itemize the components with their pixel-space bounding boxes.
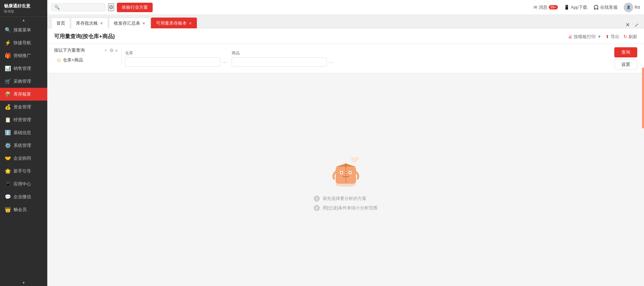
right-scrollbar[interactable] xyxy=(642,68,644,128)
sidebar-item-label: 采购管理 xyxy=(14,78,31,84)
sidebar-item-inventory[interactable]: 📦 库存核算 xyxy=(0,88,47,101)
sidebar-scroll-up[interactable]: ▲ xyxy=(0,17,47,24)
refresh-button[interactable]: ↻ 刷新 xyxy=(623,34,637,40)
inventory-icon: 📦 xyxy=(5,91,11,97)
sidebar-item-search[interactable]: 🔍 搜索菜单 xyxy=(0,24,47,36)
search-input[interactable] xyxy=(61,5,102,10)
product-more-button[interactable]: ··· xyxy=(329,59,333,65)
tab-available-ledger[interactable]: 可用量库存账本 ✕ xyxy=(151,18,197,28)
sidebar-item-label: 经营管理 xyxy=(14,117,31,123)
tab-receive-summary-close[interactable]: ✕ xyxy=(142,21,145,26)
settings-scheme-button[interactable]: ⚙ xyxy=(109,48,114,53)
tab-home[interactable]: 首页 xyxy=(51,18,70,28)
export-label: 导出 xyxy=(611,34,619,40)
empty-state: 1 请先选择要分析的方案 2 用[过滤]条件来缩小分析范围 xyxy=(47,73,644,286)
headset-icon: 🎧 xyxy=(593,5,599,10)
tab-panel-close-button[interactable]: ✕ xyxy=(624,22,631,28)
scheme-item-label: 仓库+商品 xyxy=(63,57,83,63)
product-filter-row: ··· xyxy=(232,57,333,67)
template-print-button[interactable]: 🖨 按模板打印 ▼ xyxy=(568,34,601,40)
tab-available-ledger-label: 可用量库存账本 xyxy=(156,20,187,26)
empty-hint-1: 1 请先选择要分析的方案 xyxy=(314,196,378,202)
sidebar-item-label: 新手引导 xyxy=(14,168,31,174)
tab-receive-summary[interactable]: 收发存汇总表 ✕ xyxy=(109,18,150,28)
query-filters: 仓库 ··· 商品 ··· 查询 设置 xyxy=(125,47,637,70)
app-download-label: App下载 xyxy=(571,4,587,10)
collapse-scheme-button[interactable]: « xyxy=(115,48,118,53)
clipboard-icon: 📋 xyxy=(5,117,11,123)
sidebar-item-marketing[interactable]: 🎁 营销推广 xyxy=(0,49,47,62)
message-icon: ✉ xyxy=(534,5,537,10)
settings-button[interactable]: 设置 xyxy=(614,59,637,70)
topbar-gear-button[interactable]: ⚙ xyxy=(108,3,114,11)
tab-expand-button[interactable]: ⤢ xyxy=(633,22,640,28)
sidebar-item-app-center[interactable]: 📱 应用中心 xyxy=(0,178,47,190)
print-icon: 🖨 xyxy=(568,34,572,39)
search-icon: 🔍 xyxy=(5,27,11,33)
page-actions: 🖨 按模板打印 ▼ ⬆ 导出 ↻ 刷新 xyxy=(568,34,637,40)
app-download-button[interactable]: 📱 App下载 xyxy=(564,4,587,10)
sidebar-item-label: 企业微信 xyxy=(14,194,31,200)
message-button[interactable]: ✉ 消息 99+ xyxy=(534,4,558,10)
cart-icon: 🛒 xyxy=(5,78,11,84)
phone-icon: 📱 xyxy=(5,181,11,187)
page-header: 可用量查询(按仓库+商品) 🖨 按模板打印 ▼ ⬆ 导出 ↻ 刷新 xyxy=(47,28,644,44)
sidebar-item-enterprise[interactable]: 🤝 企业协同 xyxy=(0,152,47,165)
sidebar-item-shortcut[interactable]: ⚡ 快捷导航 xyxy=(0,36,47,49)
tab-batch-ledger-close[interactable]: ✕ xyxy=(100,21,103,26)
gear-icon: ⚙️ xyxy=(5,142,11,149)
money-icon: 💰 xyxy=(5,104,11,110)
sidebar-item-wechat[interactable]: 💬 企业微信 xyxy=(0,190,47,203)
lightning-icon: ⚡ xyxy=(5,40,11,46)
svg-point-10 xyxy=(355,156,359,160)
trial-industry-button[interactable]: 体验行业方案 xyxy=(117,3,153,12)
user-avatar-area[interactable]: 👤 Rit xyxy=(624,3,640,12)
page-title: 可用量查询(按仓库+商品) xyxy=(54,33,115,40)
message-badge: 99+ xyxy=(549,5,558,9)
product-filter-input[interactable] xyxy=(232,57,327,67)
sidebar-item-label: 基础信息 xyxy=(14,130,31,136)
warehouse-filter-row: ··· xyxy=(125,57,226,67)
warehouse-filter-input[interactable] xyxy=(125,57,220,67)
topbar-right: ✉ 消息 99+ 📱 App下载 🎧 在线客服 👤 Rit xyxy=(534,3,640,12)
query-schemes-panel: 按以下方案查询 ＋ ⚙ « ⊙ 仓库+商品 xyxy=(54,47,122,65)
sidebar-item-sales[interactable]: 📊 销售管理 xyxy=(0,62,47,75)
export-button[interactable]: ⬆ 导出 xyxy=(606,34,619,40)
sidebar-item-basic-info[interactable]: ℹ️ 基础信息 xyxy=(0,126,47,139)
topbar: 🔍 ⚙ 体验行业方案 ✉ 消息 99+ 📱 App下载 🎧 在线客服 👤 xyxy=(47,0,644,15)
dropdown-icon[interactable]: ▼ xyxy=(597,34,601,39)
scheme-item-icon: ⊙ xyxy=(57,57,61,63)
query-button[interactable]: 查询 xyxy=(614,47,637,57)
sidebar-item-newbie[interactable]: 🌟 新手引导 xyxy=(0,165,47,178)
sidebar-item-member[interactable]: 👑 畅会员 xyxy=(0,203,47,216)
tabbar: 首页 库存批次账 ✕ 收发存汇总表 ✕ 可用量库存账本 ✕ ✕ ⤢ xyxy=(47,15,644,28)
username-label: Rit xyxy=(635,5,640,10)
brand-name: 畅康通好生意 xyxy=(4,3,43,9)
tab-receive-summary-label: 收发存汇总表 xyxy=(114,20,140,26)
empty-hints: 1 请先选择要分析的方案 2 用[过滤]条件来缩小分析范围 xyxy=(314,196,378,211)
sidebar-item-purchase[interactable]: 🛒 采购管理 xyxy=(0,75,47,88)
sidebar-item-finance[interactable]: 💰 资金管理 xyxy=(0,101,47,113)
warehouse-more-button[interactable]: ··· xyxy=(222,59,226,65)
avatar: 👤 xyxy=(624,3,633,12)
tab-batch-ledger[interactable]: 库存批次账 ✕ xyxy=(71,18,108,28)
sidebar-item-system[interactable]: ⚙️ 系统管理 xyxy=(0,139,47,152)
hint-text-2: 用[过滤]条件来缩小分析范围 xyxy=(323,205,378,211)
online-service-button[interactable]: 🎧 在线客服 xyxy=(593,4,618,10)
star-icon: 🌟 xyxy=(5,168,11,174)
tab-batch-ledger-label: 库存批次账 xyxy=(76,20,98,26)
handshake-icon: 🤝 xyxy=(5,155,11,161)
chart-icon: 📊 xyxy=(5,66,11,72)
sidebar-scroll-down[interactable]: ▼ xyxy=(0,279,47,286)
add-scheme-button[interactable]: ＋ xyxy=(103,47,108,53)
tab-available-ledger-close[interactable]: ✕ xyxy=(189,21,192,26)
scheme-item-warehouse-product[interactable]: ⊙ 仓库+商品 xyxy=(54,55,118,65)
search-box[interactable]: 🔍 xyxy=(51,3,105,11)
sidebar-item-label: 畅会员 xyxy=(14,207,27,213)
empty-illustration xyxy=(326,148,366,189)
hint-text-1: 请先选择要分析的方案 xyxy=(323,196,366,202)
sidebar-item-operations[interactable]: 📋 经营管理 xyxy=(0,113,47,126)
hint-num-2: 2 xyxy=(314,205,320,211)
sidebar-item-label: 搜索菜单 xyxy=(14,27,31,33)
svg-point-8 xyxy=(350,172,351,173)
